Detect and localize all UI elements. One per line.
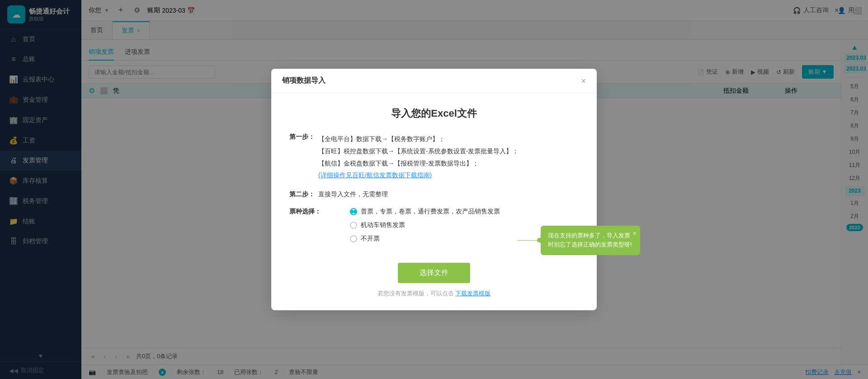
ticket-label: 票种选择： <box>289 208 321 216</box>
radio-normal-label: 普票，专票，卷票，通行费发票，农产品销售发票 <box>361 208 500 216</box>
modal-overlay: 销项数据导入 × 导入您的Excel文件 第一步： 【全电平台】数据下载→【税务… <box>0 0 868 379</box>
tooltip-box: × 现在支持的票种多了，导入发票时别忘了选择正确的发票类型呀! <box>541 226 640 256</box>
step-2: 第二步： 直接导入文件，无需整理 <box>289 190 579 199</box>
modal-close-button[interactable]: × <box>581 77 586 85</box>
step-1-link: (详细操作见百旺/航信发票数据下载指南) <box>318 169 519 181</box>
radio-group: 普票，专票，卷票，通行费发票，农产品销售发票 机动车销售发票 <box>350 208 500 243</box>
modal-title: 销项数据导入 <box>282 76 326 85</box>
radio-motor[interactable]: 机动车销售发票 <box>350 221 500 229</box>
radio-none-label: 不开票 <box>361 235 380 243</box>
radio-motor-circle <box>350 222 357 229</box>
tooltip-trigger <box>518 225 518 225</box>
modal-header: 销项数据导入 × <box>271 69 597 93</box>
tooltip-close-button[interactable]: × <box>633 228 637 238</box>
download-template-link[interactable]: 下载发票模版 <box>455 290 491 297</box>
tooltip-text: 现在支持的票种多了，导入发票时别忘了选择正确的发票类型呀! <box>548 232 632 248</box>
select-file-button[interactable]: 选择文件 <box>398 263 470 283</box>
radio-none[interactable]: 不开票 <box>350 235 500 243</box>
template-hint: 若您没有发票模版，可以点击 下载发票模版 <box>377 289 491 298</box>
tooltip-connector <box>517 238 542 242</box>
radio-normal-circle <box>350 208 357 215</box>
radio-none-circle <box>350 235 357 242</box>
template-hint-text: 若您没有发票模版，可以点击 <box>377 290 454 297</box>
modal-footer: 选择文件 若您没有发票模版，可以点击 下载发票模版 <box>271 254 597 310</box>
ticket-selection: 票种选择： 普票，专票，卷票，通行费发票，农产品销售发票 机动车销售 <box>289 208 579 243</box>
step-1-line-2: 【百旺】税控盘数据下载→【系统设置-系统参数设置-发票批量导入】； <box>318 145 519 157</box>
step-1: 第一步： 【全电平台】数据下载→【税务数字账户】； 【百旺】税控盘数据下载→【系… <box>289 133 579 181</box>
radio-normal[interactable]: 普票，专票，卷票，通行费发票，农产品销售发票 <box>350 208 500 216</box>
step-1-line-3: 【航信】金税盘数据下载→【报税管理-发票数据导出】； <box>318 157 519 170</box>
radio-motor-label: 机动车销售发票 <box>361 221 405 229</box>
modal-main-title: 导入您的Excel文件 <box>289 107 579 120</box>
step-1-line-1: 【全电平台】数据下载→【税务数字账户】； <box>318 133 519 145</box>
modal-body: 导入您的Excel文件 第一步： 【全电平台】数据下载→【税务数字账户】； 【百… <box>271 93 597 253</box>
step-2-num: 第二步： <box>289 190 315 199</box>
guide-link[interactable]: (详细操作见百旺/航信发票数据下载指南) <box>318 171 432 179</box>
step-2-text: 直接导入文件，无需整理 <box>318 190 388 199</box>
modal-dialog: 销项数据导入 × 导入您的Excel文件 第一步： 【全电平台】数据下载→【税务… <box>271 69 597 310</box>
step-1-num: 第一步： <box>289 133 315 181</box>
